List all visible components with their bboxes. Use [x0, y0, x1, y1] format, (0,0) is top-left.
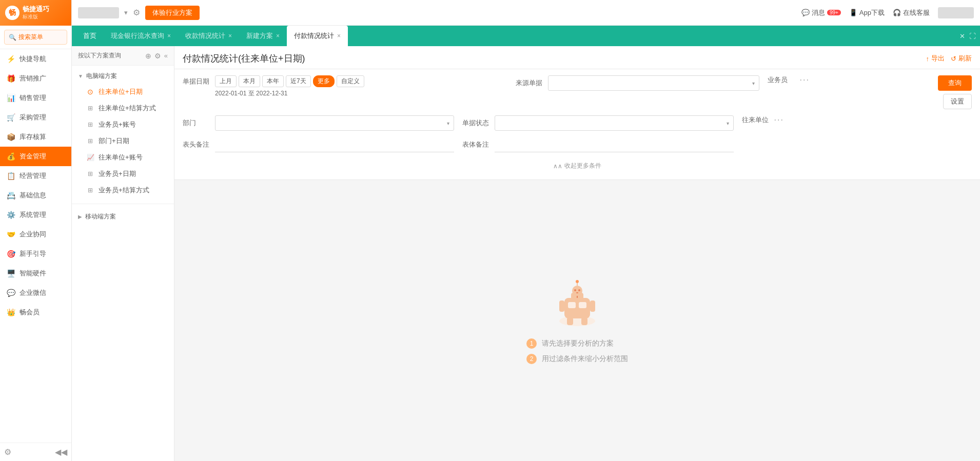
scheme-item-partner-settle[interactable]: ⊞ 往来单位+结算方式 [72, 100, 174, 116]
app-download-action[interactable]: 📱 App下载 [849, 8, 885, 17]
dept-select[interactable]: ▾ [215, 115, 454, 131]
page-header: 付款情况统计(往来单位+日期) ↑ 导出 ↺ 刷新 [174, 46, 980, 69]
logo-text: 畅捷通巧 标准版 [23, 5, 49, 21]
online-service-action[interactable]: 🎧 在线客服 [893, 8, 930, 17]
trial-industry-button[interactable]: 体验行业方案 [145, 6, 200, 20]
tab-new-scheme[interactable]: 新建方案 × [239, 26, 287, 46]
scheme-group-mobile-label: 移动端方案 [85, 212, 116, 221]
operation-icon: 📋 [6, 171, 15, 181]
online-service-label: 在线客服 [903, 8, 930, 17]
filter-actions: 查询 设置 [938, 75, 972, 109]
svg-rect-8 [576, 292, 578, 293]
search-menu-button[interactable]: 🔍 搜索菜单 [4, 30, 67, 45]
collapse-scheme-panel-icon[interactable]: « [164, 52, 168, 59]
sidebar-item-operation[interactable]: 📋 经营管理 [0, 166, 71, 186]
scheme-item-partner-account[interactable]: 📈 往来单位+账号 [72, 149, 174, 166]
maximize-icon[interactable]: ⛶ [969, 32, 976, 40]
tab-payment-close[interactable]: × [337, 32, 341, 39]
svg-rect-2 [568, 302, 576, 308]
scheme-group-mobile-header[interactable]: ▶ 移动端方案 [72, 209, 174, 224]
setting-button[interactable]: 设置 [943, 94, 972, 109]
tab-new-scheme-close[interactable]: × [276, 32, 280, 39]
scheme-group-mobile: ▶ 移动端方案 [72, 206, 174, 227]
staff-filter-label: 业务员 [768, 75, 796, 85]
export-button[interactable]: ↑ 导出 [926, 54, 945, 63]
scheme-item-staff-settle[interactable]: ⊞ 业务员+结算方式 [72, 182, 174, 198]
sidebar-item-member[interactable]: 👑 畅会员 [0, 303, 71, 322]
tab-cashflow[interactable]: 现金银行流水查询 × [104, 26, 178, 46]
tab-payment-stats[interactable]: 付款情况统计 × [287, 26, 348, 46]
body-note-input[interactable] [495, 137, 734, 152]
collapse-more-conditions-btn[interactable]: ∧∧ 收起更多条件 [550, 158, 604, 173]
scheme-item-staff-date[interactable]: ⊞ 业务员+日期 [72, 166, 174, 182]
sidebar-item-sales-label: 销售管理 [19, 93, 46, 103]
member-icon: 👑 [6, 308, 15, 317]
tab-receipt-close[interactable]: × [228, 32, 232, 39]
collapse-sidebar-icon[interactable]: ◀◀ [55, 447, 67, 457]
sidebar-item-wechat[interactable]: 💬 企业微信 [0, 283, 71, 303]
filter-source-item: 来源单据 ▾ [516, 75, 759, 91]
settings-footer-icon[interactable]: ⚙ [4, 447, 11, 457]
hint-text-1: 请先选择要分析的方案 [542, 339, 614, 348]
this-year-btn[interactable]: 本年 [262, 75, 284, 87]
scheme-item-staff-date-label: 业务员+日期 [99, 169, 136, 178]
sidebar-item-purchase[interactable]: 🛒 采购管理 [0, 108, 71, 127]
scheme-item-dept-date-label: 部门+日期 [99, 136, 129, 146]
filter-body-note-item: 表体备注 [462, 137, 734, 152]
page-title: 付款情况统计(往来单位+日期) [183, 52, 305, 65]
custom-date-btn[interactable]: 自定义 [337, 75, 364, 87]
this-month-btn[interactable]: 本月 [239, 75, 260, 87]
tab-receipt-stats[interactable]: 收款情况统计 × [178, 26, 239, 46]
svg-rect-9 [559, 300, 564, 312]
more-date-btn[interactable]: 更多 [313, 75, 335, 87]
sales-icon: 📊 [6, 93, 15, 103]
topbar-user-info [938, 7, 974, 18]
sidebar-item-inventory[interactable]: 📦 库存核算 [0, 127, 71, 147]
sidebar-search-area: 🔍 搜索菜单 [0, 26, 71, 49]
sidebar-item-shortcut[interactable]: ⚡ 快捷导航 [0, 49, 71, 69]
sidebar-item-marketing[interactable]: 🎁 营销推广 [0, 69, 71, 88]
staff-select-dots[interactable]: ··· [800, 75, 810, 85]
topbar-dropdown-arrow[interactable]: ▾ [124, 9, 128, 16]
scheme-item-partner-date[interactable]: ⊙ 往来单位+日期 [72, 84, 174, 100]
header-note-input[interactable] [215, 137, 454, 152]
sidebar-item-capital-label: 资金管理 [19, 152, 46, 161]
collapse-chevron-icon: ∧∧ [553, 163, 562, 170]
sidebar-footer: ⚙ ◀◀ [0, 443, 71, 461]
tab-home[interactable]: 首页 [76, 26, 104, 46]
sidebar-item-hardware[interactable]: 🖥️ 智能硬件 [0, 264, 71, 283]
sidebar-item-enterprise[interactable]: 🤝 企业协同 [0, 225, 71, 244]
close-all-tabs-icon[interactable]: ✕ [959, 32, 965, 40]
right-panel: 付款情况统计(往来单位+日期) ↑ 导出 ↺ 刷新 [174, 46, 980, 461]
sidebar-item-inventory-label: 库存核算 [19, 132, 46, 142]
doc-status-select[interactable]: ▾ [495, 115, 734, 131]
filter-header-note-item: 表头备注 [183, 137, 454, 152]
svg-rect-12 [581, 317, 587, 325]
messages-action[interactable]: 💬 消息 99+ [801, 8, 841, 17]
query-button[interactable]: 查询 [938, 75, 972, 91]
scheme-item-staff-account[interactable]: ⊞ 业务员+账号 [72, 116, 174, 133]
sidebar-item-capital[interactable]: 💰 资金管理 [0, 147, 71, 166]
scheme-item-partner-date-label: 往来单位+日期 [99, 87, 143, 96]
scheme-settings-icon[interactable]: ⚙ [154, 52, 161, 60]
refresh-button[interactable]: ↺ 刷新 [951, 54, 972, 63]
sidebar-item-sales[interactable]: 📊 销售管理 [0, 88, 71, 108]
sidebar-item-guide[interactable]: 🎯 新手引导 [0, 244, 71, 264]
source-select[interactable]: ▾ [548, 75, 759, 91]
sidebar-item-basic[interactable]: 📇 基础信息 [0, 186, 71, 205]
filter-row-1: 单据日期 上月 本月 本年 近7天 更多 自定义 2022-01-0 [183, 75, 972, 109]
last-7days-btn[interactable]: 近7天 [286, 75, 311, 87]
topbar-gear-icon[interactable]: ⚙ [133, 8, 140, 17]
last-month-btn[interactable]: 上月 [215, 75, 237, 87]
partner-select-dots[interactable]: ··· [774, 115, 784, 125]
scheme-group-desktop-header[interactable]: ▼ 电脑端方案 [72, 69, 174, 84]
scheme-item-partner-settle-label: 往来单位+结算方式 [99, 104, 156, 113]
topbar-actions: 💬 消息 99+ 📱 App下载 🎧 在线客服 [801, 7, 974, 18]
date-quick-buttons: 上月 本月 本年 近7天 更多 自定义 [215, 75, 364, 87]
scheme-item-dept-date[interactable]: ⊞ 部门+日期 [72, 133, 174, 149]
collapse-label: 收起更多条件 [564, 162, 601, 170]
tab-cashflow-close[interactable]: × [167, 32, 171, 39]
sidebar: 畅 畅捷通巧 标准版 🔍 搜索菜单 ⚡ 快捷导航 🎁 营销推广 📊 销售管理 🛒… [0, 0, 72, 461]
add-scheme-icon[interactable]: ⊕ [145, 52, 151, 60]
sidebar-item-system[interactable]: ⚙️ 系统管理 [0, 205, 71, 225]
